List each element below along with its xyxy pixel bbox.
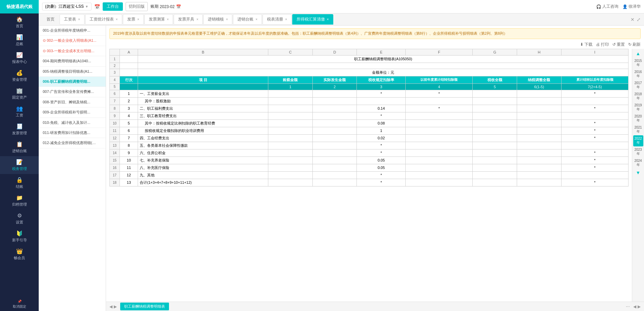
cell-c-4[interactable]: [268, 112, 313, 119]
cell-i-9[interactable]: *: [561, 149, 628, 157]
cell-c-6[interactable]: [268, 127, 313, 134]
cell-h-6[interactable]: [517, 127, 562, 134]
year-item-2019年[interactable]: 2019年: [633, 102, 643, 113]
cell-d-6[interactable]: [312, 127, 357, 134]
cell-d-5[interactable]: [312, 119, 357, 127]
reset-button[interactable]: ↺ 重置: [612, 42, 625, 47]
list-item-009[interactable]: 009-企业所得税税补亏损明...: [39, 107, 106, 117]
cell-e-2[interactable]: [357, 97, 406, 105]
list-item-012[interactable]: 012-减免企业所得税优惠明细(…: [39, 138, 106, 148]
tab-工资统计报表[interactable]: 工资统计报表×: [85, 14, 122, 25]
cell-c-12[interactable]: [268, 171, 313, 179]
cell-g-10[interactable]: [473, 157, 517, 164]
cell-e-3[interactable]: 0.14: [357, 105, 406, 112]
bottom-dots-menu[interactable]: ⋯: [626, 304, 630, 309]
cell-i-12[interactable]: [561, 171, 628, 179]
sidebar-item-home[interactable]: 🏠首页: [0, 13, 39, 31]
refresh-button[interactable]: ↻ 刷新: [628, 42, 641, 47]
tab-发票[interactable]: 发票×: [123, 14, 144, 25]
year-item-2018年[interactable]: 2018年: [633, 91, 643, 102]
cell-item-3[interactable]: 二、职工福利费支出: [138, 105, 268, 112]
cell-h-2[interactable]: [517, 97, 562, 105]
cell-item-5[interactable]: 其中：按税收规定比例扣除的职工教育经费: [138, 119, 268, 127]
cell-e-8[interactable]: *: [357, 142, 406, 149]
support-button[interactable]: 🎧 人工咨询: [596, 4, 618, 9]
cell-e-11[interactable]: 0.05: [357, 164, 406, 171]
cell-g-9[interactable]: [473, 149, 517, 157]
cell-h-5[interactable]: [517, 119, 562, 127]
cell-seq-2[interactable]: 2: [120, 97, 138, 105]
cell-h-13[interactable]: [517, 179, 562, 186]
tab-close-icon[interactable]: ×: [327, 18, 329, 21]
cell-i-3[interactable]: *: [561, 105, 628, 112]
cell-h-3[interactable]: [517, 105, 562, 112]
print-button[interactable]: 🖨 打印: [596, 42, 609, 47]
cell-g-1[interactable]: [473, 90, 517, 97]
cell-e-7[interactable]: 0.02: [357, 134, 406, 142]
workspace-button[interactable]: 工作台: [103, 2, 123, 11]
cell-i-1[interactable]: *: [561, 90, 628, 97]
cell-item-1[interactable]: 一、工资薪金支出: [138, 90, 268, 97]
scroll-right-icon[interactable]: ▶: [114, 304, 117, 309]
cell-d-2[interactable]: [312, 97, 357, 105]
cell-c-7[interactable]: [268, 134, 313, 142]
list-item-005[interactable]: 005-纳税调整项目明细表(A1...: [39, 67, 106, 77]
list-item-006[interactable]: 006-职工薪酬纳税调整明细...: [39, 77, 106, 87]
cell-item-6[interactable]: 按税收规定全额扣除的职业培训费用: [138, 127, 268, 134]
cell-item-4[interactable]: 三、职工教育经费支出: [138, 112, 268, 119]
cell-item-2[interactable]: 其中：股权激励: [138, 97, 268, 105]
cell-seq-3[interactable]: 3: [120, 105, 138, 112]
cell-i-11[interactable]: *: [561, 164, 628, 171]
cell-g-6[interactable]: [473, 127, 517, 134]
year-item-2017年[interactable]: 2017年: [633, 80, 643, 91]
sidebar-item-assets[interactable]: 🏢固定资产: [0, 85, 39, 103]
cell-seq-8[interactable]: 8: [120, 142, 138, 149]
tab-close-icon[interactable]: ×: [78, 18, 80, 21]
cell-h-11[interactable]: [517, 164, 562, 171]
sidebar-item-archive[interactable]: 📁归档管理: [0, 192, 39, 210]
sidebar-item-closing[interactable]: 🔒结账: [0, 174, 39, 192]
cell-h-12[interactable]: [517, 171, 562, 179]
tab-工资表[interactable]: 工资表×: [60, 14, 84, 25]
tab-进销稽核[interactable]: 进销稽核×: [203, 14, 232, 25]
tab-发票开具[interactable]: 发票开具×: [174, 14, 203, 25]
cell-f-9[interactable]: [406, 149, 473, 157]
cell-g-11[interactable]: [473, 164, 517, 171]
cell-g-5[interactable]: [473, 119, 517, 127]
sidebar-item-unpin[interactable]: 📌 取消固定: [0, 298, 39, 311]
cell-f-8[interactable]: [406, 142, 473, 149]
cell-h-8[interactable]: [517, 142, 562, 149]
cell-item-8[interactable]: 五、各类基本社会保障性缴款: [138, 142, 268, 149]
cell-seq-12[interactable]: 12: [120, 171, 138, 179]
cell-d-1[interactable]: [312, 90, 357, 97]
cell-e-12[interactable]: *: [357, 171, 406, 179]
tab-close-icon[interactable]: ×: [256, 18, 258, 21]
company-selector[interactable]: (勿删）江西超宝-LSS ▼: [42, 3, 92, 10]
cell-f-4[interactable]: [406, 112, 473, 119]
list-item-002[interactable]: ⊙002-一般企业收入明细表(A1...: [39, 36, 106, 46]
cell-f-10[interactable]: [406, 157, 473, 164]
cell-seq-6[interactable]: 6: [120, 127, 138, 134]
cell-item-10[interactable]: 七、补充养老保险: [138, 157, 268, 164]
cell-c-3[interactable]: [268, 105, 313, 112]
cell-seq-10[interactable]: 10: [120, 157, 138, 164]
cell-seq-11[interactable]: 11: [120, 164, 138, 171]
cell-f-11[interactable]: [406, 164, 473, 171]
cell-seq-4[interactable]: 4: [120, 112, 138, 119]
period-calendar-icon[interactable]: 📅: [176, 4, 181, 9]
sidebar-item-reports[interactable]: 📈报表中心: [0, 49, 39, 67]
list-item-008[interactable]: 008-资产折旧、摊销及纳税...: [39, 97, 106, 107]
h-scroll-left-icon[interactable]: ◀: [633, 304, 636, 309]
cell-seq-13[interactable]: 13: [120, 179, 138, 186]
tab-所得税汇算清缴[interactable]: 所得税汇算清缴×: [292, 14, 333, 25]
list-item-001[interactable]: 001-企业所得税年度纳税申...: [39, 26, 106, 36]
cell-e-4[interactable]: *: [357, 112, 406, 119]
cell-i-10[interactable]: *: [561, 157, 628, 164]
year-item-2020年[interactable]: 2020年: [633, 113, 643, 124]
maximize-icon[interactable]: ⤢: [637, 17, 641, 22]
cell-seq-9[interactable]: 9: [120, 149, 138, 157]
cell-g-2[interactable]: [473, 97, 517, 105]
cell-item-7[interactable]: 四、工会经费支出: [138, 134, 268, 142]
scroll-left-icon[interactable]: ◀: [109, 304, 112, 309]
cell-g-7[interactable]: [473, 134, 517, 142]
